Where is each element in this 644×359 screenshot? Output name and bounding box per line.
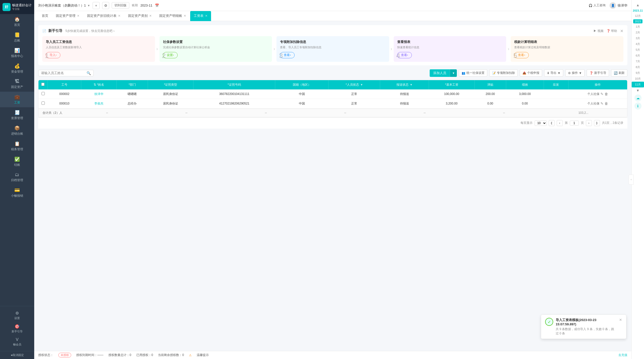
tab-close-detail[interactable]: ✕ <box>184 14 186 18</box>
sidebar-item-guide[interactable]: 🎯 新手引导 <box>0 322 34 335</box>
row-1-checkbox[interactable] <box>42 92 45 95</box>
sidebar-item-tax[interactable]: 📋 税务管理 <box>0 138 34 154</box>
month-12[interactable]: 12月 <box>632 13 644 19</box>
row-1-dept: 嗯嗯嗯 <box>116 89 148 99</box>
month-7[interactable]: 7月 <box>632 59 644 64</box>
tab-close-fixed-assets-mgmt[interactable]: ✕ <box>77 14 79 18</box>
month-6[interactable]: 6月 <box>632 53 644 59</box>
panel-toggle-button[interactable]: ‹ <box>629 175 634 185</box>
warning-icon[interactable]: ⚠ <box>189 353 192 357</box>
old-version-button[interactable]: 切到旧版 <box>112 2 129 9</box>
row-2-delete-icon[interactable]: 🗑 <box>605 101 608 106</box>
export-button[interactable]: ⬇ 导出 ▼ <box>544 69 563 77</box>
tab-fixed-assets-depreciation[interactable]: 固定资产折旧统计表 ✕ <box>84 11 124 21</box>
account-selector[interactable]: 刘小艳演示账套（勿删勿动！）1 ▼ <box>38 3 90 8</box>
month-10[interactable]: 10月 <box>632 76 644 82</box>
sidebar-item-funds[interactable]: 💰 资金管理 <box>0 61 34 76</box>
sidebar-item-invoice[interactable]: 🧾 发票管理 <box>0 107 34 123</box>
row-2-checkbox[interactable] <box>42 101 45 105</box>
sidebar-item-ledger[interactable]: 📒 总账 <box>0 30 34 45</box>
month-8[interactable]: 8月 <box>632 64 644 70</box>
next-page-button[interactable]: › <box>586 120 592 126</box>
toast-desc: 共 9 条数据，成功导入 9 条，失败 0 条，跳过 0 条 <box>556 327 617 336</box>
add-person-dropdown-button[interactable]: ▼ <box>450 69 457 77</box>
row-1-name-link[interactable]: 徐泽华 <box>94 92 103 96</box>
tab-close-category[interactable]: ✕ <box>149 14 152 18</box>
tab-fixed-assets-mgmt[interactable]: 固定资产管理 ✕ <box>52 11 83 21</box>
tab-close-depreciation[interactable]: ✕ <box>118 14 120 18</box>
refresh-button[interactable]: 🔄 刷新 <box>611 69 627 77</box>
row-1-edit-icon[interactable]: ✎ <box>600 92 603 96</box>
month-11[interactable]: 11月 <box>632 82 644 87</box>
charge-link[interactable]: 去充值 <box>618 353 627 357</box>
panel-icon-2[interactable]: ℹ <box>634 102 641 110</box>
panel-icon-1[interactable]: ☁ <box>634 94 641 101</box>
row-2-allowance: 0.00 <box>474 99 506 108</box>
funds-icon: 💰 <box>14 63 20 69</box>
tab-payroll-table[interactable]: 工资表 ✕ <box>190 11 211 21</box>
special-deduction-button[interactable]: 📝 专项附加扣除 <box>489 69 518 77</box>
ai-consult-button[interactable]: 🎧 人工咨询 <box>589 3 606 8</box>
user-info[interactable]: 👤 徐泽华 <box>610 2 627 9</box>
sidebar-item-fixed-assets[interactable]: 🏗 固定资产 <box>0 76 34 92</box>
month-1[interactable]: 1月 <box>632 24 644 30</box>
row-1-social-insurance-button[interactable]: 个人社保 <box>587 92 599 96</box>
tax-declare-button[interactable]: 📤 个税申报 <box>520 69 542 77</box>
row-1-name[interactable]: 徐泽华 <box>81 89 117 99</box>
month-9[interactable]: 9月 <box>632 70 644 76</box>
row-2-edit-icon[interactable]: ✎ <box>600 101 603 106</box>
search-icon[interactable]: 🔍 <box>87 71 91 75</box>
first-page-button[interactable]: ⟪ <box>549 120 555 126</box>
tab-fixed-assets-detail[interactable]: 固定资产明细账 ✕ <box>156 11 190 21</box>
month-3[interactable]: 3月 <box>632 35 644 41</box>
sidebar-item-expense[interactable]: 💳 小畅报销 <box>0 185 34 200</box>
add-account-button[interactable]: + <box>93 2 100 9</box>
payroll-icon: 💼 <box>14 94 20 100</box>
sidebar-item-reports[interactable]: 📊 报表中心 <box>0 45 34 61</box>
sidebar-item-home[interactable]: 🏠 首页 <box>0 14 34 30</box>
th-name[interactable]: ⇅ *姓名 <box>81 80 117 89</box>
year-up-arrow[interactable]: ▲ <box>636 2 640 8</box>
sidebar-label-settings: 设置 <box>14 316 20 320</box>
calendar-icon[interactable]: 📅 <box>155 4 159 7</box>
per-page-select[interactable]: 10 20 50 <box>535 120 547 126</box>
sidebar-item-inventory[interactable]: 📦 进销台账 <box>0 123 34 138</box>
sidebar-item-settings[interactable]: ⚙ 设置 <box>0 309 34 322</box>
tab-close-payroll[interactable]: ✕ <box>205 14 208 18</box>
guide-video-link[interactable]: ▶ 视频 <box>593 29 603 33</box>
row-2-social-insurance-button[interactable]: 个人社保 <box>587 101 599 106</box>
sidebar-item-closing[interactable]: ✅ 结账 <box>0 154 34 170</box>
th-status[interactable]: *人员状态 ▼ <box>329 80 380 89</box>
cancel-pin-button[interactable]: ◄取消固定 <box>0 351 34 359</box>
sidebar-item-member[interactable]: V 畅会员 <box>0 335 34 348</box>
row-2-name-link[interactable]: 李俊杰 <box>94 102 103 105</box>
footer-cell-6: -- <box>464 111 544 115</box>
row-2-name[interactable]: 李俊杰 <box>81 99 117 108</box>
month-4[interactable]: 4月 <box>632 41 644 47</box>
app-logo: 好 畅捷通好会计 专业版 <box>0 0 34 14</box>
sidebar-label-tax: 税务管理 <box>11 147 23 151</box>
select-all-checkbox[interactable] <box>41 83 45 86</box>
tab-fixed-assets-category[interactable]: 固定资产类别 ✕ <box>125 11 155 21</box>
guide-close-button[interactable]: ✕ <box>620 29 623 33</box>
page-input[interactable]: 1 <box>570 121 579 126</box>
sidebar-item-payroll[interactable]: 💼 工资 <box>0 92 34 107</box>
year-down-arrow[interactable]: ▼ <box>636 87 640 93</box>
last-page-button[interactable]: ⟫ <box>594 120 600 126</box>
th-send-status[interactable]: 报送状态 ▼ <box>380 80 429 89</box>
toast-close-button[interactable]: ✕ <box>619 318 622 322</box>
add-person-button[interactable]: 添加人员 <box>430 69 450 77</box>
row-1-delete-icon[interactable]: 🗑 <box>605 92 608 96</box>
guide-help-link[interactable]: ❓ 帮助 <box>607 29 617 33</box>
social-insurance-button[interactable]: 👥 统一社保设置 <box>459 69 487 77</box>
sidebar-item-archive[interactable]: 🗂 归档管理 <box>0 170 34 185</box>
tab-home[interactable]: 首页 <box>38 11 52 21</box>
search-input[interactable] <box>41 71 85 75</box>
prev-page-button[interactable]: ‹ <box>557 120 563 126</box>
year-2023-badge: 2023 <box>633 19 642 23</box>
settings-button[interactable]: ⚙ <box>102 2 109 9</box>
new-guide-button[interactable]: ❓ 新手引导 <box>587 69 609 77</box>
month-2[interactable]: 2月 <box>632 30 644 35</box>
operations-button[interactable]: ⚙ 操作 ▼ <box>565 69 585 77</box>
month-5[interactable]: 5月 <box>632 47 644 53</box>
